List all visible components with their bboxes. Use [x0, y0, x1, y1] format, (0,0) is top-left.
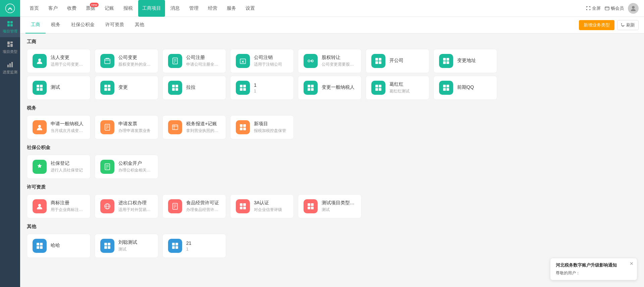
svg-point-13: [632, 6, 635, 9]
card-change-address[interactable]: 变更地址: [433, 49, 497, 73]
svg-rect-39: [108, 85, 110, 87]
svg-rect-99: [104, 246, 107, 249]
svg-rect-47: [243, 85, 246, 87]
card-name: 商标注册: [51, 200, 85, 206]
user-avatar[interactable]: [628, 3, 639, 14]
svg-rect-33: [446, 61, 449, 64]
tab-industry[interactable]: 工商: [25, 17, 46, 33]
card-test-project[interactable]: 测试项目类型目定义 测试: [298, 194, 362, 218]
tab-other[interactable]: 其他: [129, 17, 150, 33]
sidebar-item-project-mgmt[interactable]: 项目管理: [0, 17, 20, 37]
nav-settings[interactable]: 设置: [241, 0, 259, 17]
change-address-icon: [439, 54, 453, 68]
svg-rect-85: [240, 203, 243, 206]
card-desc: 拿到营业执照的新公司: [186, 128, 220, 134]
social-register-icon: [33, 160, 47, 174]
card-ge-honghong[interactable]: 葛红红 葛红红测试: [366, 76, 429, 100]
refresh-button[interactable]: 刷新: [617, 20, 639, 30]
svg-rect-93: [37, 243, 39, 245]
card-desc: 当月或次月成变更完成: [51, 128, 85, 134]
notification-close-button[interactable]: ✕: [630, 261, 634, 266]
card-new-project[interactable]: 新项目 报税加税控盘保管: [230, 115, 294, 139]
svg-rect-34: [37, 85, 39, 87]
svg-rect-9: [7, 65, 9, 67]
social-cards: 社保登记 进行人员社保登记 公积金开户 办理公积金相关业务: [27, 155, 637, 179]
card-name: 进出口权办理: [118, 200, 153, 206]
svg-rect-46: [240, 85, 243, 87]
card-company-change[interactable]: 公司变更 股权变更外的业务变更: [95, 49, 158, 73]
nav-home[interactable]: 首页: [25, 0, 43, 17]
nav-tax[interactable]: 报税: [119, 0, 137, 17]
card-name: 食品经营许可证: [186, 200, 220, 206]
topnav-right: 全屏 畅会员: [586, 3, 639, 14]
card-3a-cert[interactable]: 3A认证 对企业信誉评级: [230, 194, 294, 218]
card-equity-transfer[interactable]: 股权转让 公司变更需要股权转让: [298, 49, 362, 73]
card-lala[interactable]: 拉拉: [162, 76, 226, 100]
svg-rect-56: [375, 88, 378, 91]
sidebar-item-progress[interactable]: 进度监测: [0, 58, 20, 78]
svg-rect-103: [172, 246, 175, 249]
card-change[interactable]: 变更: [95, 76, 158, 100]
card-name: 测试项目类型目定义: [322, 200, 356, 206]
industry-cards: 法人变更 适用于公司变更法人 公司变更 股权变更外的业务变更: [27, 49, 637, 73]
svg-rect-40: [104, 88, 107, 91]
card-tax-report[interactable]: 税务报道+记账 拿到营业执照的新公司: [162, 115, 226, 139]
page-content: 工商 税务 社保公积金 许可资质 其他 新增业务类型 刷新 工商: [20, 17, 644, 287]
card-name: 税务报道+记账: [186, 121, 220, 127]
card-haha[interactable]: 哈哈: [27, 234, 91, 258]
open-company-icon: [371, 54, 385, 68]
member-button[interactable]: 畅会员: [605, 5, 624, 11]
card-name: 申请发票: [118, 121, 153, 127]
svg-rect-6: [10, 42, 13, 43]
card-desc: 测试: [322, 207, 356, 213]
lala-icon: [168, 81, 182, 95]
sidebar-item-project-type[interactable]: 项目类型: [0, 37, 20, 58]
tab-license[interactable]: 许可资质: [100, 17, 129, 33]
svg-rect-50: [308, 85, 310, 87]
card-twenty-one[interactable]: 21 1: [162, 234, 226, 258]
nav-operation[interactable]: 经营: [204, 0, 221, 17]
nav-management[interactable]: 管理: [185, 0, 203, 17]
card-company-cancel[interactable]: 公司注销 适用于注销公司: [230, 49, 294, 73]
card-pre-qq[interactable]: 前期QQ: [433, 76, 497, 100]
card-legal-change[interactable]: 法人变更 适用于公司变更法人: [27, 49, 91, 73]
svg-rect-11: [11, 62, 13, 67]
card-company-register[interactable]: 公司注册 申请公司注册全流程: [162, 49, 226, 73]
license-cards: 商标注册 用于企业商标注册服务 进出口权办理 适用于对外贸易经营者: [27, 194, 637, 218]
card-import-export[interactable]: 进出口权办理 适用于对外贸易经营者: [95, 194, 158, 218]
svg-rect-71: [243, 124, 246, 127]
new-type-button[interactable]: 新增业务类型: [579, 20, 614, 30]
card-name: 哈哈: [51, 242, 85, 248]
nav-message[interactable]: 消息: [166, 0, 184, 17]
svg-rect-95: [37, 246, 39, 249]
card-apply-taxpayer[interactable]: 申请一般纳税人 当月或次月成变更完成: [27, 115, 91, 139]
svg-rect-94: [40, 243, 43, 245]
card-trademark[interactable]: 商标注册 用于企业商标注册服务: [27, 194, 91, 218]
card-social-register[interactable]: 社保登记 进行人员社保登记: [27, 155, 91, 179]
nav-billing[interactable]: 收费: [63, 0, 80, 17]
svg-rect-4: [10, 24, 13, 26]
card-open-company[interactable]: 开公司: [366, 49, 429, 73]
card-food-license[interactable]: 食品经营许可证 办理食品经营许可证: [162, 194, 226, 218]
svg-rect-70: [240, 124, 243, 127]
card-name: 股权转让: [322, 55, 356, 61]
tab-social[interactable]: 社保公积金: [66, 17, 100, 33]
nav-customer[interactable]: 客户: [44, 0, 62, 17]
svg-rect-92: [311, 207, 314, 209]
nav-service[interactable]: 服务: [223, 0, 240, 17]
card-fund-open[interactable]: 公积金开户 办理公积金相关业务: [95, 155, 158, 179]
card-liu-ce-test[interactable]: 刘聪测试 测试: [95, 234, 158, 258]
tab-tax[interactable]: 税务: [46, 17, 66, 33]
card-apply-invoice[interactable]: 申请发票 办理申请发票业务: [95, 115, 158, 139]
card-name: 公司变更: [118, 55, 153, 61]
card-one[interactable]: 1 1: [230, 76, 294, 100]
nav-accounting[interactable]: 记账: [101, 0, 118, 17]
card-change-taxpayer[interactable]: 变更一般纳税人: [298, 76, 362, 100]
fullscreen-button[interactable]: 全屏: [586, 5, 601, 11]
svg-rect-51: [311, 85, 314, 87]
nav-industry[interactable]: 工商项目: [138, 0, 165, 17]
nav-invoice[interactable]: 票据 new: [82, 0, 99, 17]
svg-rect-53: [311, 88, 314, 91]
card-name: 刘聪测试: [118, 239, 153, 245]
card-test[interactable]: 测试: [27, 76, 91, 100]
